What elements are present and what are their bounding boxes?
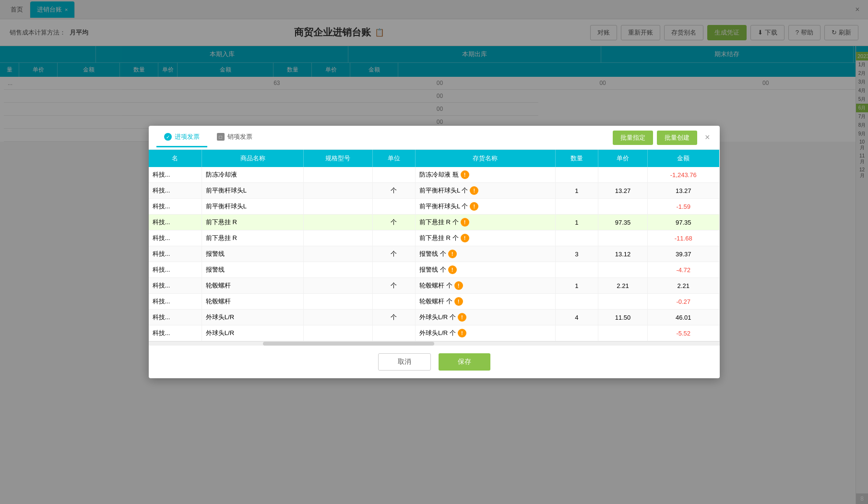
cell-name: 科技... [149,294,202,310]
cell-unit: 个 [372,246,415,262]
cell-spec [304,183,372,199]
cell-unit [372,262,415,278]
cell-price [598,167,648,183]
cell-qty: 4 [555,310,598,325]
xiaoxiang-tab-icon: □ [217,133,225,141]
cell-qty [555,262,598,278]
cell-amount: 13.27 [647,183,719,199]
cell-spec [304,294,372,310]
tab-jinxiang[interactable]: ✓ 进项发票 [156,128,207,147]
table-row[interactable]: 科技... 报警线 个 报警线 个! 3 13.12 39.37 [149,246,720,262]
cell-qty [555,230,598,246]
cell-inventory: 报警线 个! [416,246,556,262]
cell-unit: 个 [372,183,415,199]
cell-name: 科技... [149,230,202,246]
th-name: 名 [149,150,202,167]
cell-spec [304,262,372,278]
cell-product: 外球头L/R [202,325,303,341]
table-row[interactable]: 科技... 外球头L/R 外球头L/R 个! -5.52 [149,325,720,341]
cell-product: 轮毂螺杆 [202,278,303,294]
th-spec: 规格型号 [304,150,372,167]
cell-unit [372,230,415,246]
cell-name: 科技... [149,278,202,294]
cell-price: 13.27 [598,183,648,199]
tab-xiaoxiang[interactable]: □ 销项发票 [209,128,260,147]
cell-name: 科技... [149,167,202,183]
batch-create-button[interactable]: 批量创建 [657,131,697,145]
dialog-tabs: ✓ 进项发票 □ 销项发票 [156,128,260,147]
cell-unit [372,199,415,215]
cell-amount: 2.21 [647,278,719,294]
cell-product: 前下悬挂 R [202,215,303,230]
warn-icon: ! [461,234,469,242]
dialog-action-buttons: 批量指定 批量创建 [613,131,697,145]
cell-name: 科技... [149,262,202,278]
warn-icon: ! [461,170,469,179]
cell-spec [304,230,372,246]
cell-name: 科技... [149,215,202,230]
warn-icon: ! [448,265,457,274]
cell-spec [304,199,372,215]
cell-product: 前平衡杆球头L [202,199,303,215]
cell-name: 科技... [149,310,202,325]
cell-qty [555,325,598,341]
cell-price [598,294,648,310]
cell-inventory: 前平衡杆球头L 个! [416,183,556,199]
cell-qty [555,199,598,215]
dialog-scrollbar[interactable] [149,341,720,345]
table-row[interactable]: 科技... 前下悬挂 R 个 前下悬挂 R 个! 1 97.35 97.35 [149,215,720,230]
warn-icon: ! [470,202,478,211]
cell-amount: 46.01 [647,310,719,325]
cell-price [598,230,648,246]
th-qty: 数量 [555,150,598,167]
jinxiang-tab-label: 进项发票 [175,132,200,141]
cell-spec [304,278,372,294]
cell-amount: -1.59 [647,199,719,215]
table-row[interactable]: 科技... 轮毂螺杆 个 轮毂螺杆 个! 1 2.21 2.21 [149,278,720,294]
save-button[interactable]: 保存 [439,353,490,371]
cell-name: 科技... [149,199,202,215]
cell-unit: 个 [372,215,415,230]
cell-unit [372,294,415,310]
cell-price: 13.12 [598,246,648,262]
cell-price: 2.21 [598,278,648,294]
cell-inventory: 前平衡杆球头L 个! [416,199,556,215]
table-row[interactable]: 科技... 前下悬挂 R 前下悬挂 R 个! -11.68 [149,230,720,246]
cell-qty [555,167,598,183]
cell-amount: -5.52 [647,325,719,341]
cell-amount: -0.27 [647,294,719,310]
cell-spec [304,246,372,262]
table-row[interactable]: 科技... 防冻冷却液 防冻冷却液 瓶! -1,243.76 [149,167,720,183]
cell-unit: 个 [372,278,415,294]
cell-qty: 1 [555,278,598,294]
table-row[interactable]: 科技... 前平衡杆球头L 前平衡杆球头L 个! -1.59 [149,199,720,215]
cell-amount: 39.37 [647,246,719,262]
th-inventory: 存货名称 [416,150,556,167]
invoice-dialog: ✓ 进项发票 □ 销项发票 批量指定 批量创建 × 名 商品名称 [149,126,720,378]
cell-name: 科技... [149,183,202,199]
cancel-button[interactable]: 取消 [378,353,431,371]
cell-product: 外球头L/R [202,310,303,325]
cell-inventory: 轮毂螺杆 个! [416,278,556,294]
table-row[interactable]: 科技... 外球头L/R 个 外球头L/R 个! 4 11.50 46.01 [149,310,720,325]
th-amount: 金额 [647,150,719,167]
cell-price [598,199,648,215]
batch-assign-button[interactable]: 批量指定 [613,131,653,145]
dialog-footer: 取消 保存 [149,345,720,378]
cell-spec [304,167,372,183]
dialog-table-wrap[interactable]: 名 商品名称 规格型号 单位 存货名称 数量 单价 金额 科技... 防冻冷却液… [149,150,720,341]
table-row[interactable]: 科技... 轮毂螺杆 轮毂螺杆 个! -0.27 [149,294,720,310]
warn-icon: ! [448,250,457,258]
xiaoxiang-tab-label: 销项发票 [227,132,252,141]
dialog-scroll-thumb[interactable] [263,342,434,346]
warn-icon: ! [470,186,478,195]
cell-qty [555,294,598,310]
dialog-close-button[interactable]: × [703,132,712,143]
cell-amount: -4.72 [647,262,719,278]
table-row[interactable]: 科技... 报警线 报警线 个! -4.72 [149,262,720,278]
table-row[interactable]: 科技... 前平衡杆球头L 个 前平衡杆球头L 个! 1 13.27 13.27 [149,183,720,199]
cell-unit: 个 [372,310,415,325]
cell-name: 科技... [149,246,202,262]
warn-icon: ! [454,297,463,306]
th-product: 商品名称 [202,150,303,167]
